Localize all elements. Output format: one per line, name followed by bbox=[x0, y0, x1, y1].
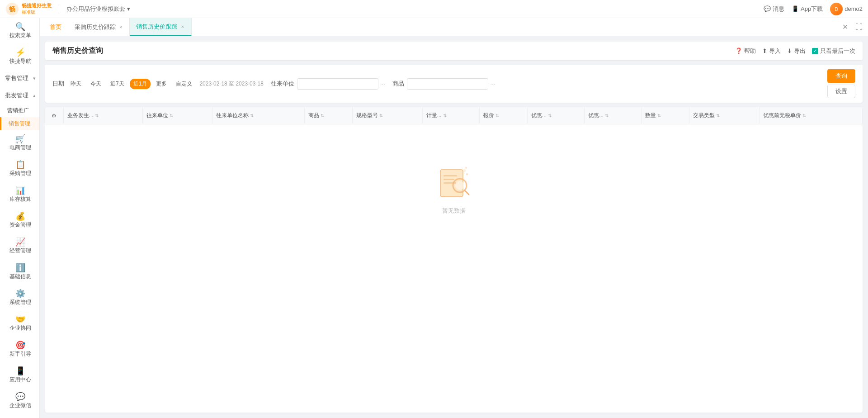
partner-input[interactable] bbox=[297, 78, 378, 90]
sidebar-item-enterprise-wechat[interactable]: 💬 企业微信 bbox=[0, 388, 39, 414]
sidebar-item-system[interactable]: ⚙️ 系统管理 bbox=[0, 285, 39, 311]
tab-purchase-track-close[interactable]: × bbox=[118, 24, 123, 31]
header-right: 💬 消息 📱 App下载 D demo2 bbox=[764, 3, 863, 15]
tab-home-label: 首页 bbox=[50, 23, 61, 31]
help-button[interactable]: ❓ 帮助 bbox=[735, 47, 756, 55]
export-label: 导出 bbox=[794, 47, 806, 55]
app-download-button[interactable]: 📱 App下载 bbox=[792, 5, 823, 13]
table-th-biz-date[interactable]: 业务发生... ⇅ bbox=[63, 107, 142, 124]
sidebar-item-retail[interactable]: 零售管理 ▾ bbox=[0, 70, 39, 87]
sidebar-item-search[interactable]: 🔍 搜索菜单 bbox=[0, 18, 39, 44]
table-th-discount1[interactable]: 优惠... ⇅ bbox=[527, 107, 584, 124]
date-btn-today[interactable]: 今天 bbox=[87, 79, 105, 89]
date-btn-yesterday[interactable]: 昨天 bbox=[67, 79, 85, 89]
sidebar-item-label: 电商管理 bbox=[9, 144, 31, 152]
export-icon: ⬇ bbox=[787, 48, 792, 54]
goods-label: 商品 bbox=[392, 80, 404, 88]
goods-input[interactable] bbox=[407, 78, 488, 90]
sidebar-item-inventory[interactable]: 📊 库存核算 bbox=[0, 182, 39, 208]
company-dropdown-icon[interactable]: ▾ bbox=[127, 5, 130, 12]
sidebar-item-app-center[interactable]: 📱 应用中心 bbox=[0, 362, 39, 388]
tab-sales-track-close[interactable]: × bbox=[180, 23, 184, 30]
table-th-gear[interactable]: ⚙ bbox=[45, 107, 63, 124]
svg-text:畅: 畅 bbox=[9, 5, 15, 13]
help-icon: ❓ bbox=[735, 48, 742, 54]
logo-text: 畅捷通好生意 标准版 bbox=[22, 2, 52, 15]
goods-dots-icon[interactable]: ··· bbox=[490, 80, 495, 87]
sidebar-item-label: 基础信息 bbox=[9, 273, 31, 280]
date-label: 日期 bbox=[52, 80, 64, 88]
sort-discount2-icon: ⇅ bbox=[605, 113, 609, 118]
app-download-label: App下载 bbox=[801, 5, 823, 13]
partner-dots-icon[interactable]: ··· bbox=[380, 80, 386, 87]
purchase-icon: 📋 bbox=[15, 161, 25, 169]
svg-point-9 bbox=[463, 169, 466, 172]
query-button[interactable]: 查询 bbox=[827, 69, 855, 83]
sidebar-item-wholesale[interactable]: 批发管理 ▴ bbox=[0, 87, 39, 104]
sidebar-item-basic[interactable]: ℹ️ 基础信息 bbox=[0, 259, 39, 285]
sidebar-item-sales[interactable]: 销售管理 bbox=[0, 117, 39, 130]
app-download-icon: 📱 bbox=[792, 5, 799, 12]
table-th-price[interactable]: 报价 ⇅ bbox=[479, 107, 527, 124]
sidebar-item-label: 应用中心 bbox=[9, 376, 31, 384]
sort-spec-icon: ⇅ bbox=[379, 113, 383, 118]
sidebar-item-ecommerce[interactable]: 🛒 电商管理 bbox=[0, 130, 39, 156]
header-divider bbox=[59, 5, 59, 14]
date-buttons: 昨天 今天 近7天 近1月 更多 自定义 bbox=[67, 79, 196, 89]
table-th-discount2[interactable]: 优惠... ⇅ bbox=[584, 107, 641, 124]
table-th-pre-tax-price[interactable]: 优惠前无税单价 ⇅ bbox=[759, 107, 862, 124]
checkbox-checked-icon: ✓ bbox=[812, 48, 818, 54]
import-button[interactable]: ⬆ 导入 bbox=[762, 47, 781, 55]
guide-icon: 🎯 bbox=[15, 341, 25, 349]
table-th-quantity[interactable]: 数量 ⇅ bbox=[642, 107, 689, 124]
date-btn-custom[interactable]: 自定义 bbox=[172, 79, 196, 89]
empty-state-text: 暂无数据 bbox=[442, 207, 466, 215]
retail-label: 零售管理 bbox=[5, 74, 28, 82]
sort-unit-icon: ⇅ bbox=[443, 113, 447, 118]
sidebar-item-marketing[interactable]: 营销推广 bbox=[0, 104, 39, 117]
sort-goods-icon: ⇅ bbox=[321, 113, 324, 118]
tab-sales-track-label: 销售历史价跟踪 bbox=[136, 23, 177, 31]
sidebar-item-guide[interactable]: 🎯 新手引导 bbox=[0, 337, 39, 362]
sidebar-item-finance[interactable]: 💰 资金管理 bbox=[0, 208, 39, 233]
date-btn-7days[interactable]: 近7天 bbox=[107, 79, 128, 89]
user-avatar-area[interactable]: D demo2 bbox=[830, 3, 863, 15]
tab-sales-track[interactable]: 销售历史价跟踪 × bbox=[130, 18, 191, 36]
message-button[interactable]: 💬 消息 bbox=[764, 5, 784, 13]
table-th-spec[interactable]: 规格型号 ⇅ bbox=[352, 107, 422, 124]
sort-price-icon: ⇅ bbox=[495, 113, 499, 118]
tab-bar: 首页 采购历史价跟踪 × 销售历史价跟踪 × ✕ ⛶ bbox=[40, 18, 868, 36]
tab-purchase-track[interactable]: 采购历史价跟踪 × bbox=[68, 18, 130, 36]
date-btn-more[interactable]: 更多 bbox=[152, 79, 170, 89]
view-last-checkbox[interactable]: ✓ 只看最后一次 bbox=[812, 47, 855, 55]
inventory-icon: 📊 bbox=[15, 186, 25, 195]
tab-home[interactable]: 首页 bbox=[43, 18, 68, 36]
sidebar-item-label: 企业协同 bbox=[9, 324, 31, 332]
sidebar-item-label: 系统管理 bbox=[9, 299, 31, 306]
sidebar-item-member[interactable]: 👑 畅会员 bbox=[0, 414, 39, 418]
sidebar-item-shortcut[interactable]: ⚡ 快捷导航 bbox=[0, 44, 39, 70]
settings-button[interactable]: 设置 bbox=[827, 85, 855, 98]
table-th-partner-name[interactable]: 往来单位名称 ⇅ bbox=[212, 107, 305, 124]
date-btn-1month[interactable]: 近1月 bbox=[130, 79, 151, 89]
sort-biz-date-icon: ⇅ bbox=[95, 113, 99, 118]
svg-point-11 bbox=[465, 167, 467, 169]
partner-label: 往来单位 bbox=[271, 80, 294, 88]
sidebar-item-operation[interactable]: 📈 经营管理 bbox=[0, 233, 39, 259]
retail-arrow-icon: ▾ bbox=[33, 76, 36, 81]
tab-maximize-icon[interactable]: ⛶ bbox=[854, 21, 864, 33]
logo-icon: 畅 bbox=[5, 2, 19, 16]
tab-close-all-icon[interactable]: ✕ bbox=[840, 21, 850, 33]
table-th-goods[interactable]: 商品 ⇅ bbox=[304, 107, 352, 124]
enterprise-wechat-icon: 💬 bbox=[15, 393, 25, 401]
sidebar-item-cooperation[interactable]: 🤝 企业协同 bbox=[0, 311, 39, 337]
page-title: 销售历史价查询 bbox=[52, 46, 103, 56]
table-th-unit[interactable]: 计量... ⇅ bbox=[422, 107, 479, 124]
sidebar-item-purchase[interactable]: 📋 采购管理 bbox=[0, 156, 39, 182]
export-button[interactable]: ⬇ 导出 bbox=[787, 47, 806, 55]
basic-icon: ℹ️ bbox=[15, 264, 25, 272]
page-content: 销售历史价查询 ❓ 帮助 ⬆ 导入 ⬇ 导出 ✓ bbox=[40, 36, 868, 418]
table-th-partner-code[interactable]: 往来单位 ⇅ bbox=[142, 107, 212, 124]
company-selector[interactable]: 办公用品行业模拟账套 ▾ bbox=[66, 5, 130, 13]
table-th-trade-type[interactable]: 交易类型 ⇅ bbox=[689, 107, 760, 124]
